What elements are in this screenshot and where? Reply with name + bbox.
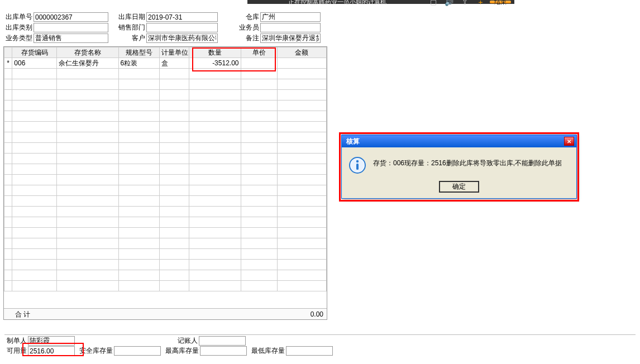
table-row[interactable] <box>4 281 327 291</box>
warehouse-label: 仓库 <box>243 12 260 22</box>
ok-button[interactable]: 确定 <box>439 181 479 193</box>
biz-type-input[interactable] <box>34 33 108 43</box>
total-row: 合 计 0.00 <box>4 308 327 319</box>
cell-qty[interactable]: -3512.00 <box>189 58 241 69</box>
cell-marker: * <box>4 58 12 69</box>
table-row[interactable] <box>4 164 327 175</box>
col-unit-header[interactable]: 计量单位 <box>160 47 189 58</box>
table-row[interactable] <box>4 175 327 185</box>
table-wrap: 存货编码 存货名称 规格型号 计量单位 数量 单价 金额 *006余仁生保婴丹6… <box>3 46 327 320</box>
cell-name[interactable]: 余仁生保婴丹 <box>57 58 118 69</box>
remark-input[interactable] <box>260 33 321 43</box>
svg-rect-3 <box>356 164 359 170</box>
remote-message: 正在控制富晖药业一范小姐的计算机 <box>247 0 427 6</box>
biz-type-label: 业务类型 <box>4 33 34 43</box>
col-marker-header[interactable] <box>4 47 12 58</box>
table-row[interactable]: *006余仁生保婴丹6粒装盒-3512.00 <box>4 58 327 69</box>
col-name-header[interactable]: 存货名称 <box>57 47 118 58</box>
close-icon[interactable]: ✕ <box>564 137 574 146</box>
table-row[interactable] <box>4 69 327 79</box>
doc-no-label: 出库单号 <box>4 12 34 22</box>
salesperson-input[interactable] <box>260 23 321 32</box>
available-label: 可用量 <box>4 346 28 356</box>
info-icon <box>348 156 366 174</box>
salesperson-label: 业务员 <box>237 23 260 32</box>
table-row[interactable] <box>4 207 327 217</box>
footer: 制单人 记账人 可用量 安全库存量 最高库存量 最低库存量 <box>4 334 636 356</box>
remote-control-bar: 正在控制富晖药业一范小姐的计算机 ▢ 🔊 ⇪ ＋ 结束 <box>247 0 514 4</box>
cell-price[interactable] <box>241 58 277 69</box>
dialog-message: 存货：006现存量：2516删除此库将导致零出库,不能删除此单据 <box>373 156 562 168</box>
table-row[interactable] <box>4 217 327 228</box>
table-row[interactable] <box>4 111 327 122</box>
max-input[interactable] <box>200 346 247 356</box>
out-type-label: 出库类别 <box>4 23 34 32</box>
end-session-button[interactable]: 结束 <box>490 1 511 3</box>
share-icon[interactable]: ⇪ <box>458 1 471 3</box>
col-spec-header[interactable]: 规格型号 <box>118 47 160 58</box>
customer-input[interactable] <box>146 33 218 43</box>
safety-input[interactable] <box>114 346 161 356</box>
dialog-titlebar[interactable]: 核算 ✕ <box>342 135 576 147</box>
cell-unit[interactable]: 盒 <box>160 58 189 69</box>
doc-date-label: 出库日期 <box>117 12 146 22</box>
table-row[interactable] <box>4 79 327 90</box>
cell-spec[interactable]: 6粒装 <box>118 58 160 69</box>
table-row[interactable] <box>4 100 327 111</box>
table-row[interactable] <box>4 185 327 196</box>
min-input[interactable] <box>286 346 333 356</box>
table-row[interactable] <box>4 196 327 207</box>
cell-code[interactable]: 006 <box>12 58 57 69</box>
cell-amount[interactable] <box>277 58 326 69</box>
header-form: 出库单号 出库日期 仓库 出库类别 销售部门 业务员 业务类型 <box>4 12 328 44</box>
screen-icon[interactable]: ▢ <box>427 1 440 3</box>
col-amount-header[interactable]: 金额 <box>277 47 326 58</box>
sales-dept-label: 销售部门 <box>117 23 146 32</box>
bookkeeper-input[interactable] <box>199 336 246 346</box>
table-row[interactable] <box>4 249 327 260</box>
remark-label: 备注 <box>243 33 260 43</box>
table-row[interactable] <box>4 143 327 154</box>
plus-icon[interactable]: ＋ <box>474 1 486 3</box>
max-label: 最高库存量 <box>162 346 200 356</box>
alert-dialog: 核算 ✕ 存货：006现存量：2516删除此库将导致零出库,不能删除此单据 确定 <box>341 135 577 199</box>
sales-dept-input[interactable] <box>146 23 218 32</box>
remote-buttons: ▢ 🔊 ⇪ ＋ 结束 <box>427 1 514 3</box>
maker-input[interactable] <box>28 336 75 346</box>
total-amount: 0.00 <box>60 309 327 319</box>
customer-label: 客户 <box>131 33 146 43</box>
warehouse-input[interactable] <box>260 12 321 22</box>
table-row[interactable] <box>4 132 327 143</box>
maker-label: 制单人 <box>4 336 28 346</box>
doc-no-input[interactable] <box>34 12 108 22</box>
svg-point-2 <box>356 160 359 162</box>
doc-date-input[interactable] <box>146 12 218 22</box>
volume-icon[interactable]: 🔊 <box>443 1 455 3</box>
table-row[interactable] <box>4 154 327 164</box>
total-label: 合 计 <box>4 309 60 319</box>
out-type-input[interactable] <box>34 23 108 32</box>
safety-label: 安全库存量 <box>76 346 114 356</box>
table-row[interactable] <box>4 260 327 270</box>
bookkeeper-label: 记账人 <box>175 336 199 346</box>
table-row[interactable] <box>4 270 327 281</box>
dialog-title-text: 核算 <box>344 137 564 146</box>
table-row[interactable] <box>4 122 327 132</box>
available-input[interactable] <box>28 346 75 356</box>
table-row[interactable] <box>4 228 327 238</box>
table-row[interactable] <box>4 238 327 249</box>
min-label: 最低库存量 <box>248 346 286 356</box>
col-code-header[interactable]: 存货编码 <box>12 47 57 58</box>
col-qty-header[interactable]: 数量 <box>189 47 241 58</box>
col-price-header[interactable]: 单价 <box>241 47 277 58</box>
detail-table[interactable]: 存货编码 存货名称 规格型号 计量单位 数量 单价 金额 *006余仁生保婴丹6… <box>4 47 327 291</box>
table-row[interactable] <box>4 90 327 100</box>
